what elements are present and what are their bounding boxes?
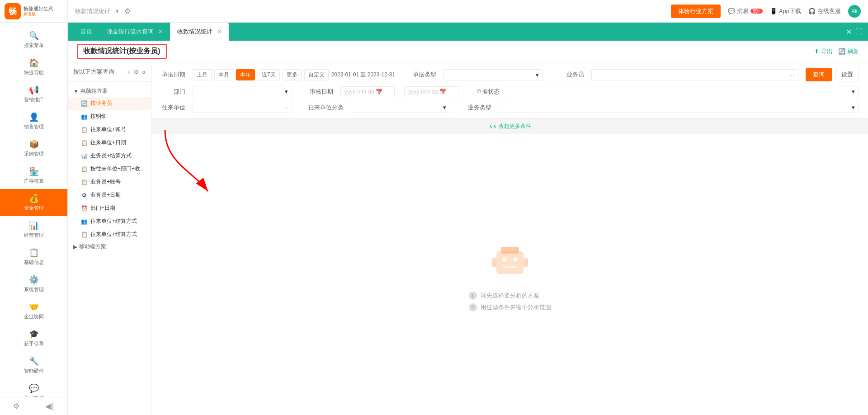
- sidebar-label-search: 搜索菜单: [24, 42, 44, 49]
- partner-label: 往来单位: [160, 104, 185, 112]
- filter-area: 单据日期 上月 本月 本年 近7天 更多 自定义 2023-01-01 至 20…: [151, 62, 868, 119]
- sidebar-item-hardware[interactable]: 🔧 智能硬件: [0, 352, 67, 379]
- sidebar-item-system[interactable]: ⚙️ 系统管理: [0, 270, 67, 297]
- salesman-more-icon[interactable]: ···: [789, 71, 794, 78]
- sidebar-item-purchase[interactable]: 📦 采购管理: [0, 135, 67, 162]
- empty-tip-1: 1 请先选择要分析的方案: [469, 292, 551, 300]
- tip-text-1: 请先选择要分析的方案: [481, 292, 539, 300]
- sidebar-item-sales[interactable]: 👤 销售管理: [0, 108, 67, 135]
- sidebar-item-search[interactable]: 🔍 搜索菜单: [0, 26, 67, 53]
- doc-status-select[interactable]: ▾: [507, 86, 859, 97]
- tip-num-2: 2: [469, 303, 477, 311]
- doc-type-select[interactable]: ▾: [443, 69, 543, 80]
- svg-point-2: [502, 257, 507, 262]
- scheme-section: ▼ 电脑端方案 🔄 按业务员 👥 按明细 📋: [68, 82, 151, 256]
- scheme-item-unit-method1[interactable]: 👥 往来单位+结算方式: [68, 215, 151, 228]
- top-bar: 收款情况统计 ▾ ⚙ 体验行业方案 💬 消息 99+ 📱 App下载 🎧: [68, 0, 868, 23]
- trial-button[interactable]: 体验行业方案: [671, 5, 721, 18]
- tab-expand-icon[interactable]: ⛶: [855, 28, 863, 36]
- scheme-item-unit-method2[interactable]: 📋 往来单位+结算方式: [68, 228, 151, 241]
- sidebar-item-guide[interactable]: 🎓 新手引导: [0, 325, 67, 352]
- filter-row-1: 单据日期 上月 本月 本年 近7天 更多 自定义 2023-01-01 至 20…: [160, 68, 859, 81]
- tab-receipt-close[interactable]: ✕: [217, 28, 222, 35]
- scheme-item-unit-date[interactable]: 📋 往来单位+日期: [68, 136, 151, 149]
- collapse-panel-icon[interactable]: «: [142, 68, 146, 75]
- partner-select[interactable]: ···: [193, 102, 292, 113]
- date-btn-custom[interactable]: 自定义: [304, 69, 329, 80]
- scheme-item-dept-date[interactable]: ⏰ 部门+日期: [68, 202, 151, 215]
- dept-select[interactable]: ▾: [193, 86, 292, 97]
- left-panel-title: 按以下方案查询: [73, 68, 114, 76]
- scheme-item-salesman-method[interactable]: 📊 业务员+结算方式: [68, 149, 151, 162]
- sidebar-item-operations[interactable]: 📊 经营管理: [0, 216, 67, 243]
- partner-category-select[interactable]: ▾: [351, 102, 450, 113]
- scheme-item-unit-account[interactable]: 📋 往来单位+账号: [68, 123, 151, 136]
- scheme-icon-unit-dept-recv: 📋: [80, 165, 88, 173]
- tab-bank[interactable]: 现金银行流水查询 ✕: [99, 23, 170, 41]
- app-download-action[interactable]: 📱 App下载: [770, 7, 801, 15]
- scheme-item-salesman-date[interactable]: ⚙ 业务员+日期: [68, 189, 151, 202]
- hardware-icon: 🔧: [29, 356, 39, 366]
- online-service-action[interactable]: 🎧 在线客服: [808, 7, 841, 15]
- refresh-button[interactable]: 🔄 刷新: [838, 47, 859, 56]
- date-btn-more[interactable]: 更多: [283, 69, 302, 80]
- sidebar-item-collab[interactable]: 🤝 企业协同: [0, 297, 67, 325]
- sidebar-item-basic[interactable]: 📋 基础信息: [0, 243, 67, 270]
- date-btn-this-year[interactable]: 本年: [236, 69, 255, 80]
- tab-bank-close[interactable]: ✕: [158, 28, 163, 35]
- date-btn-last-month[interactable]: 上月: [193, 69, 212, 80]
- date-buttons: 上月 本月 本年 近7天 更多 自定义 2023-01-01 至 2023-12…: [193, 69, 395, 80]
- marketing-icon: 📢: [29, 85, 39, 95]
- empty-svg: [487, 238, 533, 283]
- filter-row-3: 往来单位 ··· 往来单位分类 ▾ 业务类型: [160, 102, 859, 113]
- breadcrumb-text: 收款情况统计: [75, 7, 110, 15]
- calendar-icon-from[interactable]: 📅: [376, 89, 382, 95]
- page-title-box: 收款情况统计(按业务员): [77, 44, 167, 59]
- tab-receipt[interactable]: 收款情况统计 ✕: [170, 23, 229, 41]
- date-btn-7days[interactable]: 近7天: [258, 69, 280, 80]
- date-btn-this-month[interactable]: 本月: [214, 69, 233, 80]
- empty-tip-2: 2 用过滤条件来缩小分析范围: [469, 303, 551, 311]
- partner-more-icon[interactable]: ···: [283, 104, 288, 111]
- collapse-bar[interactable]: ∧∧ 收起更多条件: [151, 119, 868, 134]
- scheme-item-detail[interactable]: 👥 按明细: [68, 110, 151, 123]
- collapse-sidebar-icon[interactable]: ◀‖: [45, 402, 54, 410]
- refresh-icon: 🔄: [838, 48, 845, 55]
- settings-icon-top[interactable]: ⚙: [124, 7, 131, 15]
- settings-bottom-icon[interactable]: ⚙: [13, 402, 19, 410]
- user-avatar[interactable]: Rit: [848, 5, 861, 18]
- query-button[interactable]: 查询: [806, 68, 832, 81]
- svg-point-3: [513, 257, 518, 262]
- left-panel-actions: + ⚙ «: [127, 68, 146, 75]
- page-header: 收款情况统计(按业务员) ⬆ 导出 🔄 刷新: [68, 41, 868, 62]
- settings-button[interactable]: 设置: [835, 68, 859, 81]
- export-button[interactable]: ⬆ 导出: [814, 47, 833, 56]
- top-left: 收款情况统计 ▾ ⚙: [75, 7, 131, 15]
- sidebar-item-marketing[interactable]: 📢 营销推广: [0, 80, 67, 108]
- dept-label: 部门: [160, 88, 185, 96]
- wechat-icon: 💬: [29, 383, 39, 393]
- sidebar-item-quicknav[interactable]: 🏠 快捷导航: [0, 53, 67, 80]
- sidebar-item-finance[interactable]: 💰 资金管理: [0, 189, 67, 216]
- scheme-group-mobile[interactable]: ▶ 移动端方案: [68, 241, 151, 252]
- sidebar-item-inventory[interactable]: 🏪 库存核算: [0, 162, 67, 189]
- page-title: 收款情况统计(按业务员): [83, 47, 160, 55]
- sidebar-item-wechat[interactable]: 💬 企业微信: [0, 379, 67, 397]
- review-date-to[interactable]: yyyy-mm-dd 📅: [404, 86, 458, 97]
- inventory-icon: 🏪: [29, 166, 39, 176]
- add-scheme-icon[interactable]: +: [127, 68, 131, 75]
- scheme-item-unit-dept-recv[interactable]: 📋 按往来单位+部门+收...: [68, 162, 151, 175]
- review-date-from[interactable]: yyyy-mm-dd 📅: [340, 86, 395, 97]
- scheme-item-salesman-account[interactable]: 📋 业务员+账号: [68, 175, 151, 189]
- tab-home[interactable]: 首页: [73, 23, 99, 41]
- scheme-group-desktop[interactable]: ▼ 电脑端方案: [68, 85, 151, 97]
- calendar-icon-to[interactable]: 📅: [439, 89, 446, 95]
- scheme-item-salesman[interactable]: 🔄 按业务员: [68, 97, 151, 110]
- tab-close-all-icon[interactable]: ✕: [846, 28, 852, 36]
- biz-type-select[interactable]: ▾: [499, 102, 859, 113]
- dropdown-icon[interactable]: ▾: [116, 8, 119, 14]
- scheme-settings-icon[interactable]: ⚙: [133, 68, 139, 75]
- tip-num-1: 1: [469, 292, 477, 300]
- message-action[interactable]: 💬 消息 99+: [728, 7, 763, 15]
- salesman-select[interactable]: ···: [591, 69, 798, 80]
